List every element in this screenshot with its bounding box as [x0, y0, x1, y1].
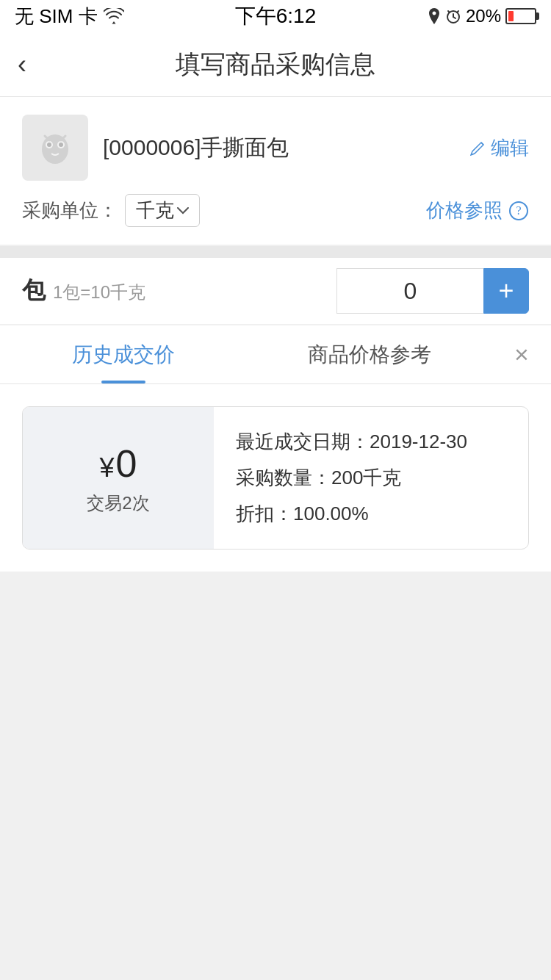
discount-row: 折扣：100.00% — [236, 501, 506, 527]
unit-select[interactable]: 千克 — [125, 194, 200, 227]
history-content: ¥0 交易2次 最近成交日期：2019-12-30 采购数量：200千克 折扣：… — [0, 384, 551, 572]
transaction-count: 交易2次 — [87, 491, 149, 515]
chevron-down-icon — [177, 207, 189, 215]
product-image — [22, 115, 88, 181]
product-bottom-row: 采购单位： 千克 价格参照 ? — [22, 194, 529, 227]
battery-percent: 20% — [466, 6, 501, 26]
nav-bar: ‹ 填写商品采购信息 — [0, 32, 551, 97]
quantity-hint: 1包=10千克 — [53, 281, 145, 304]
purchase-qty-row: 采购数量：200千克 — [236, 465, 506, 491]
quantity-plus-button[interactable]: + — [483, 268, 529, 314]
battery-icon — [505, 8, 536, 24]
quantity-unit: 包 — [22, 275, 46, 307]
status-right: 20% — [428, 6, 536, 26]
status-time: 下午6:12 — [235, 2, 317, 30]
recent-date-row: 最近成交日期：2019-12-30 — [236, 429, 506, 455]
purchase-qty-value: 200千克 — [331, 466, 401, 489]
purchase-qty-label: 采购数量： — [236, 466, 331, 489]
product-card: [0000006]手撕面包 编辑 采购单位： 千克 价格参照 ? — [0, 97, 551, 245]
status-left: 无 SIM 卡 — [15, 4, 124, 29]
product-logo-icon — [33, 126, 77, 170]
svg-point-6 — [47, 143, 51, 147]
wifi-icon — [104, 8, 124, 24]
quantity-row: 包 1包=10千克 + — [0, 258, 551, 324]
svg-point-3 — [42, 134, 68, 164]
svg-point-7 — [59, 143, 63, 147]
discount-value: 100.00% — [293, 502, 369, 525]
tab-active-indicator — [101, 381, 145, 383]
section-divider — [0, 246, 551, 258]
history-right-panel: 最近成交日期：2019-12-30 采购数量：200千克 折扣：100.00% — [214, 407, 528, 549]
unit-row: 采购单位： 千克 — [22, 194, 200, 227]
page-title: 填写商品采购信息 — [176, 48, 375, 82]
edit-button[interactable]: 编辑 — [470, 135, 529, 161]
tab-close-button[interactable]: × — [492, 340, 551, 369]
product-info: [0000006]手撕面包 — [22, 115, 289, 181]
tab-history-price[interactable]: 历史成交价 — [0, 325, 246, 383]
recent-date-value: 2019-12-30 — [370, 430, 467, 453]
edit-icon — [470, 140, 486, 156]
discount-label: 折扣： — [236, 502, 293, 525]
product-top-row: [0000006]手撕面包 编辑 — [22, 115, 529, 181]
tab-product-price-ref[interactable]: 商品价格参考 — [246, 325, 492, 383]
history-card: ¥0 交易2次 最近成交日期：2019-12-30 采购数量：200千克 折扣：… — [22, 406, 529, 550]
price-reference-button[interactable]: 价格参照 ? — [426, 198, 529, 223]
svg-line-2 — [453, 17, 455, 18]
tab-section: 历史成交价 商品价格参考 × ¥0 交易2次 最近成交日期：2019-12-30… — [0, 325, 551, 572]
svg-text:?: ? — [516, 204, 521, 217]
tab-bar: 历史成交价 商品价格参考 × — [0, 325, 551, 384]
back-button[interactable]: ‹ — [18, 49, 26, 80]
currency-symbol: ¥ — [100, 453, 115, 483]
history-left-panel: ¥0 交易2次 — [23, 407, 214, 549]
recent-date-label: 最近成交日期： — [236, 430, 370, 453]
quantity-control: + — [336, 268, 529, 314]
status-bar: 无 SIM 卡 下午6:12 20% — [0, 0, 551, 32]
alarm-icon — [445, 8, 461, 24]
help-icon: ? — [508, 201, 529, 221]
bottom-area — [0, 572, 551, 980]
location-icon — [428, 8, 441, 24]
carrier-text: 无 SIM 卡 — [15, 4, 98, 29]
quantity-input[interactable] — [336, 268, 483, 314]
product-name: [0000006]手撕面包 — [103, 133, 289, 163]
unit-label: 采购单位： — [22, 198, 118, 223]
quantity-label: 包 1包=10千克 — [22, 275, 145, 307]
history-price: ¥0 — [100, 442, 137, 486]
